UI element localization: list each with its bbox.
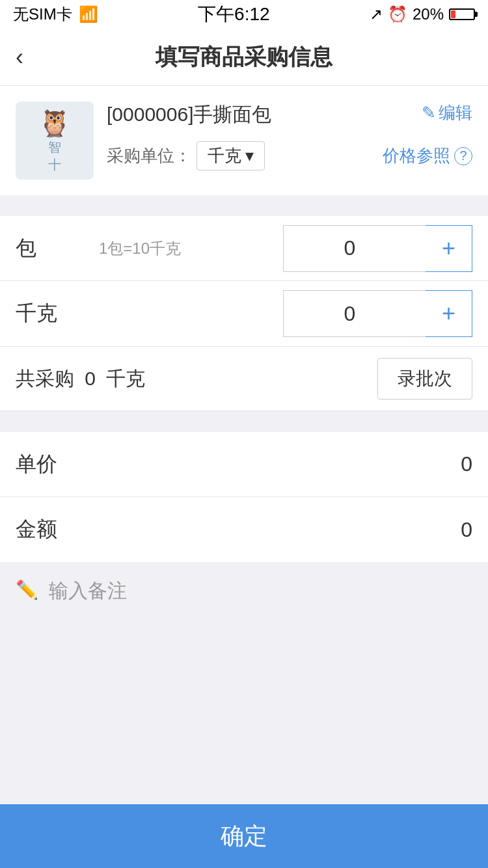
summary-unit: 千克 <box>106 368 145 389</box>
kg-field-wrap: + <box>283 290 472 337</box>
kg-input-row: 千克 + <box>0 281 488 346</box>
package-input[interactable] <box>283 225 426 272</box>
confirm-button[interactable]: 确定 <box>0 804 488 868</box>
info-section: 单价 0 金额 0 <box>0 432 488 562</box>
kg-plus-button[interactable]: + <box>426 290 472 337</box>
product-info: [0000006]手撕面包 ✎ 编辑 采购单位： 千克 ▾ 价格参照 ? <box>107 102 472 170</box>
edit-icon: ✎ <box>422 103 436 123</box>
summary-amount: 0 <box>85 368 96 389</box>
amount-value: 0 <box>461 518 472 542</box>
product-unit-row: 采购单位： 千克 ▾ 价格参照 ? <box>107 141 472 170</box>
product-logo-line2: 十 <box>48 156 61 174</box>
summary-prefix: 共采购 <box>16 368 74 389</box>
package-sublabel: 1包=10千克 <box>99 238 283 259</box>
section-divider-1 <box>0 206 488 216</box>
notes-placeholder-text: 输入备注 <box>49 578 127 604</box>
edit-button[interactable]: ✎ 编辑 <box>422 102 472 124</box>
summary-text: 共采购 0 千克 <box>16 366 145 392</box>
back-button[interactable]: ‹ <box>16 44 23 71</box>
status-bar: 无SIM卡 📶 下午6:12 ↗ ⏰ 20% <box>0 0 488 29</box>
price-ref-label: 价格参照 <box>383 144 450 167</box>
status-left: 无SIM卡 📶 <box>13 4 98 25</box>
product-full-name: [0000006]手撕面包 <box>107 102 271 128</box>
edit-label: 编辑 <box>439 102 472 124</box>
package-field-wrap: + <box>283 225 472 272</box>
status-right: ↗ ⏰ 20% <box>370 5 475 23</box>
battery-percent: 20% <box>413 5 444 23</box>
amount-label: 金额 <box>16 515 57 544</box>
page-title: 填写商品采购信息 <box>156 42 332 72</box>
input-section: 包 1包=10千克 + 千克 + <box>0 216 488 346</box>
product-logo-line1: 智 <box>48 139 61 156</box>
unit-select-value: 千克 <box>208 144 241 167</box>
kg-label: 千克 <box>16 299 94 328</box>
summary-row: 共采购 0 千克 录批次 <box>0 346 488 411</box>
confirm-label: 确定 <box>221 821 267 852</box>
help-icon: ? <box>454 147 472 165</box>
unit-label-wrap: 采购单位： 千克 ▾ <box>107 141 265 170</box>
product-card: 🦉 智 十 [0000006]手撕面包 ✎ 编辑 采购单位： 千克 ▾ 价格参照… <box>0 86 488 195</box>
product-logo-icon: 🦉 <box>38 108 71 139</box>
unit-price-value: 0 <box>461 452 472 476</box>
unit-price-row: 单价 0 <box>0 432 488 497</box>
package-plus-button[interactable]: + <box>426 225 472 272</box>
carrier-label: 无SIM卡 <box>13 4 72 25</box>
price-reference-button[interactable]: 价格参照 ? <box>383 144 472 167</box>
wifi-icon: 📶 <box>79 5 98 23</box>
section-divider-2 <box>0 411 488 422</box>
alarm-icon: ⏰ <box>388 5 407 23</box>
chevron-down-icon: ▾ <box>245 146 254 166</box>
product-name-row: [0000006]手撕面包 ✎ 编辑 <box>107 102 472 128</box>
kg-input[interactable] <box>283 290 426 337</box>
status-time: 下午6:12 <box>198 2 270 27</box>
unit-price-label: 单价 <box>16 450 57 479</box>
battery-icon <box>449 8 475 20</box>
battery-fill <box>451 10 455 18</box>
product-image: 🦉 智 十 <box>16 102 94 180</box>
notes-section[interactable]: ✏️ 输入备注 <box>0 562 488 692</box>
location-icon: ↗ <box>370 5 383 23</box>
pencil-icon: ✏️ <box>16 579 38 601</box>
package-input-row: 包 1包=10千克 + <box>0 216 488 281</box>
package-label: 包 <box>16 234 94 263</box>
amount-row: 金额 0 <box>0 497 488 562</box>
bottom-spacer <box>0 692 488 822</box>
unit-select-dropdown[interactable]: 千克 ▾ <box>197 141 265 170</box>
batch-button[interactable]: 录批次 <box>377 358 472 400</box>
unit-prefix-label: 采购单位： <box>107 144 191 167</box>
nav-bar: ‹ 填写商品采购信息 <box>0 29 488 86</box>
